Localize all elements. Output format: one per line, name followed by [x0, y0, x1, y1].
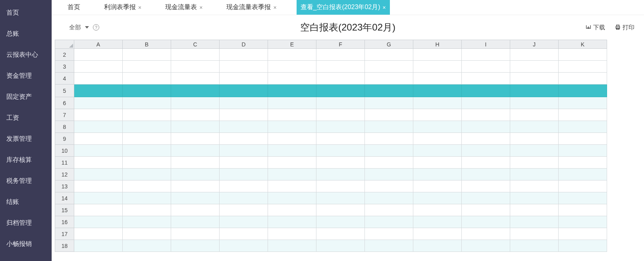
cell[interactable]	[74, 49, 123, 61]
cell[interactable]	[74, 133, 123, 145]
cell[interactable]	[413, 73, 462, 84]
cell[interactable]	[413, 109, 462, 121]
cell[interactable]	[365, 180, 413, 192]
row-header[interactable]: 6	[55, 97, 74, 109]
cell[interactable]	[559, 61, 607, 73]
cell[interactable]	[462, 61, 510, 73]
cell[interactable]	[365, 204, 413, 216]
cell[interactable]	[268, 133, 316, 145]
cell[interactable]	[171, 192, 220, 204]
help-icon[interactable]: ?	[93, 24, 99, 31]
cell[interactable]	[74, 216, 123, 228]
cell[interactable]	[123, 121, 171, 133]
spreadsheet[interactable]: ABCDEFGHIJK23456789101112131415161718	[52, 40, 644, 261]
row-header[interactable]: 10	[55, 145, 74, 157]
cell[interactable]	[268, 204, 316, 216]
cell[interactable]	[413, 204, 462, 216]
column-header[interactable]: C	[171, 40, 220, 49]
filter-dropdown[interactable]: 全部 ?	[69, 24, 99, 31]
cell[interactable]	[365, 61, 413, 73]
column-header[interactable]: K	[559, 40, 607, 49]
cell[interactable]	[220, 216, 268, 228]
sidebar-item-archive[interactable]: 归档管理	[0, 213, 51, 234]
row-header[interactable]: 7	[55, 109, 74, 121]
close-icon[interactable]: ×	[138, 4, 141, 11]
row-header[interactable]: 11	[55, 157, 74, 169]
row-header[interactable]: 18	[55, 240, 74, 252]
tab-profit-quarter[interactable]: 利润表季报 ×	[100, 0, 145, 15]
cell[interactable]	[510, 157, 559, 169]
cell[interactable]	[462, 192, 510, 204]
cell[interactable]	[510, 145, 559, 157]
cell[interactable]	[510, 240, 559, 252]
cell[interactable]	[510, 192, 559, 204]
cell[interactable]	[220, 109, 268, 121]
close-icon[interactable]: ×	[273, 4, 276, 11]
download-button[interactable]: 下载	[585, 24, 605, 31]
cell[interactable]	[268, 169, 316, 180]
cell[interactable]	[268, 84, 316, 97]
cell[interactable]	[462, 240, 510, 252]
cell[interactable]	[462, 169, 510, 180]
cell[interactable]	[316, 204, 365, 216]
cell[interactable]	[171, 216, 220, 228]
column-header[interactable]: H	[413, 40, 462, 49]
cell[interactable]	[559, 240, 607, 252]
cell[interactable]	[462, 145, 510, 157]
cell[interactable]	[74, 109, 123, 121]
cell[interactable]	[220, 133, 268, 145]
cell[interactable]	[74, 228, 123, 240]
cell[interactable]	[559, 204, 607, 216]
cell[interactable]	[220, 145, 268, 157]
cell[interactable]	[413, 61, 462, 73]
cell[interactable]	[220, 61, 268, 73]
cell[interactable]	[123, 228, 171, 240]
cell[interactable]	[559, 145, 607, 157]
cell[interactable]	[220, 97, 268, 109]
cell[interactable]	[413, 192, 462, 204]
cell[interactable]	[413, 145, 462, 157]
row-header[interactable]: 2	[55, 49, 74, 61]
cell[interactable]	[413, 169, 462, 180]
sidebar-item-tax[interactable]: 税务管理	[0, 171, 51, 192]
cell[interactable]	[559, 133, 607, 145]
cell[interactable]	[462, 228, 510, 240]
cell[interactable]	[171, 204, 220, 216]
cell[interactable]	[316, 73, 365, 84]
cell[interactable]	[413, 240, 462, 252]
cell[interactable]	[220, 240, 268, 252]
cell[interactable]	[123, 240, 171, 252]
cell[interactable]	[365, 73, 413, 84]
cell[interactable]	[220, 204, 268, 216]
cell[interactable]	[510, 204, 559, 216]
cell[interactable]	[462, 73, 510, 84]
column-header[interactable]: I	[462, 40, 510, 49]
sidebar-item-ledger[interactable]: 总账	[0, 23, 51, 44]
cell[interactable]	[123, 204, 171, 216]
cell[interactable]	[268, 73, 316, 84]
cell[interactable]	[171, 49, 220, 61]
cell[interactable]	[220, 192, 268, 204]
sidebar-item-expense[interactable]: 小畅报销	[0, 234, 51, 255]
cell[interactable]	[559, 192, 607, 204]
cell[interactable]	[413, 157, 462, 169]
cell[interactable]	[74, 240, 123, 252]
sidebar-item-settle[interactable]: 结账	[0, 192, 51, 213]
cell[interactable]	[268, 49, 316, 61]
row-header[interactable]: 9	[55, 133, 74, 145]
cell[interactable]	[316, 121, 365, 133]
sidebar-item-invoice[interactable]: 发票管理	[0, 129, 51, 150]
cell[interactable]	[413, 133, 462, 145]
row-header[interactable]: 3	[55, 61, 74, 73]
cell[interactable]	[316, 61, 365, 73]
cell[interactable]	[171, 240, 220, 252]
cell[interactable]	[171, 228, 220, 240]
cell[interactable]	[268, 157, 316, 169]
cell[interactable]	[220, 169, 268, 180]
cell[interactable]	[413, 216, 462, 228]
cell[interactable]	[365, 240, 413, 252]
sheet-corner[interactable]	[55, 40, 74, 49]
cell[interactable]	[74, 180, 123, 192]
cell[interactable]	[316, 84, 365, 97]
cell[interactable]	[316, 228, 365, 240]
